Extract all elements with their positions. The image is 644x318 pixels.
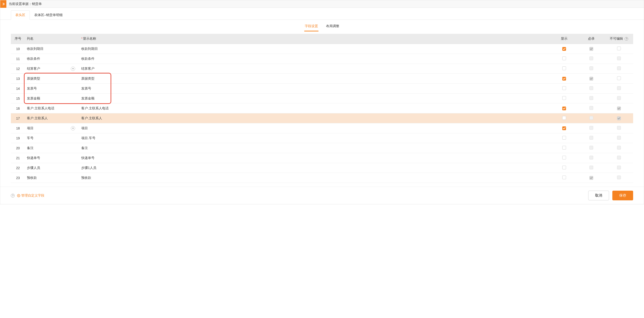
checkbox-required <box>590 56 593 60</box>
cell-col: 客户.主联系人 <box>25 114 80 123</box>
checkbox-show[interactable] <box>562 166 566 170</box>
cell-display-name[interactable]: 结算客户 <box>80 64 550 74</box>
cell-seq: 11 <box>11 54 25 64</box>
table-row: 16客户.主联系人电话客户.主联系人电话 <box>11 104 633 114</box>
cell-col: 收款到期日 <box>25 44 80 54</box>
plus-icon[interactable]: + <box>71 126 75 130</box>
save-button[interactable]: 保存 <box>612 191 633 200</box>
checkbox-required <box>590 126 593 130</box>
table-row: 22步骤人员步骤1人员 <box>11 163 633 173</box>
title-docname: 销货单 <box>32 2 42 6</box>
checkbox-show[interactable] <box>562 77 566 80</box>
col-noedit-header: 不可编辑 ? <box>605 34 633 44</box>
cell-display-name[interactable]: 项目.车号 <box>80 133 550 143</box>
cell-noedit <box>605 153 633 163</box>
table-row: 18项目+项目 <box>11 123 633 133</box>
sub-tab-0[interactable]: 字段设置 <box>304 24 318 32</box>
cancel-button[interactable]: 取消 <box>588 191 609 200</box>
cell-show <box>550 104 578 114</box>
table-row: 10收款到期日收款到期日 <box>11 44 633 54</box>
checkbox-required <box>590 106 593 110</box>
checkbox-required <box>590 176 593 180</box>
checkbox-noedit <box>617 66 621 70</box>
checkbox-show[interactable] <box>562 126 566 130</box>
cell-seq: 14 <box>11 84 25 94</box>
svg-point-0 <box>18 195 19 196</box>
cell-display-name[interactable]: 客户.主联系人电话 <box>80 104 550 114</box>
cell-noedit <box>605 123 633 133</box>
checkbox-show[interactable] <box>562 116 566 120</box>
checkbox-noedit <box>617 176 621 179</box>
table-row: 17客户.主联系人客户.主联系人 <box>11 114 633 123</box>
cell-show <box>550 54 578 64</box>
checkbox-noedit[interactable] <box>617 76 621 80</box>
checkbox-show[interactable] <box>562 96 566 100</box>
footer: ? 管理自定义字段 取消 保存 <box>0 187 644 204</box>
checkbox-noedit <box>617 56 621 60</box>
checkbox-required <box>590 77 593 80</box>
table-row: 20备注备注 <box>11 143 633 153</box>
plus-icon[interactable]: + <box>71 66 75 71</box>
cell-show <box>550 123 578 133</box>
checkbox-noedit <box>617 136 621 140</box>
checkbox-show[interactable] <box>562 106 566 110</box>
cell-show <box>550 114 578 123</box>
cell-display-name[interactable]: 快递单号 <box>80 153 550 163</box>
table-row: 14发票号发票号 <box>11 84 633 94</box>
cell-required <box>578 143 605 153</box>
checkbox-show[interactable] <box>562 86 566 90</box>
checkbox-show[interactable] <box>562 136 566 140</box>
cell-required <box>578 133 605 143</box>
footer-right: 取消 保存 <box>588 191 633 200</box>
cell-display-name[interactable]: 票据类型 <box>80 74 550 84</box>
cell-display-name[interactable]: 步骤1人员 <box>80 163 550 173</box>
cell-seq: 20 <box>11 143 25 153</box>
cell-col: 快递单号 <box>25 153 80 163</box>
main-tab-1[interactable]: 表体区–销货单明细 <box>30 10 67 20</box>
cell-display-name[interactable]: 项目 <box>80 123 550 133</box>
checkbox-required <box>590 146 593 150</box>
table-row: 19车号项目.车号 <box>11 133 633 143</box>
checkbox-show[interactable] <box>562 156 566 160</box>
cell-display-name[interactable]: 收款到期日 <box>80 44 550 54</box>
cell-show <box>550 64 578 74</box>
cell-noedit <box>605 104 633 114</box>
cell-display-name[interactable]: 客户.主联系人 <box>80 114 550 123</box>
cell-required <box>578 123 605 133</box>
cell-display-name[interactable]: 发票金额 <box>80 94 550 104</box>
cell-required <box>578 153 605 163</box>
help-icon[interactable]: ? <box>625 37 628 41</box>
col-display-header: *显示名称 <box>80 34 550 44</box>
cell-show <box>550 153 578 163</box>
checkbox-noedit[interactable] <box>617 46 621 50</box>
cell-col: 步骤人员 <box>25 163 80 173</box>
manage-custom-fields-link[interactable]: 管理自定义字段 <box>17 194 44 198</box>
expand-button[interactable] <box>0 0 6 8</box>
cell-required <box>578 84 605 94</box>
cell-display-name[interactable]: 备注 <box>80 143 550 153</box>
checkbox-show[interactable] <box>562 47 566 51</box>
cell-noedit <box>605 143 633 153</box>
cell-display-name[interactable]: 预收款 <box>80 173 550 183</box>
cell-display-name[interactable]: 收款条件 <box>80 54 550 64</box>
cell-col: 预收款 <box>25 173 80 183</box>
cell-noedit <box>605 74 633 84</box>
checkbox-show[interactable] <box>562 146 566 150</box>
cell-seq: 15 <box>11 94 25 104</box>
checkbox-show[interactable] <box>562 176 566 179</box>
question-icon[interactable]: ? <box>11 194 15 198</box>
main-tab-0[interactable]: 表头区 <box>11 10 30 20</box>
sub-tab-1[interactable]: 布局调整 <box>326 24 340 32</box>
checkbox-show[interactable] <box>562 56 566 60</box>
cell-col: 车号 <box>25 133 80 143</box>
checkbox-required <box>590 66 593 70</box>
cell-display-name[interactable]: 发票号 <box>80 84 550 94</box>
cell-show <box>550 133 578 143</box>
checkbox-required <box>590 136 593 140</box>
col-required-header: 必录 <box>578 34 605 44</box>
cell-show <box>550 44 578 54</box>
col-display-label: 显示名称 <box>83 36 96 40</box>
cell-required <box>578 114 605 123</box>
checkbox-show[interactable] <box>562 66 566 70</box>
cell-noedit <box>605 84 633 94</box>
